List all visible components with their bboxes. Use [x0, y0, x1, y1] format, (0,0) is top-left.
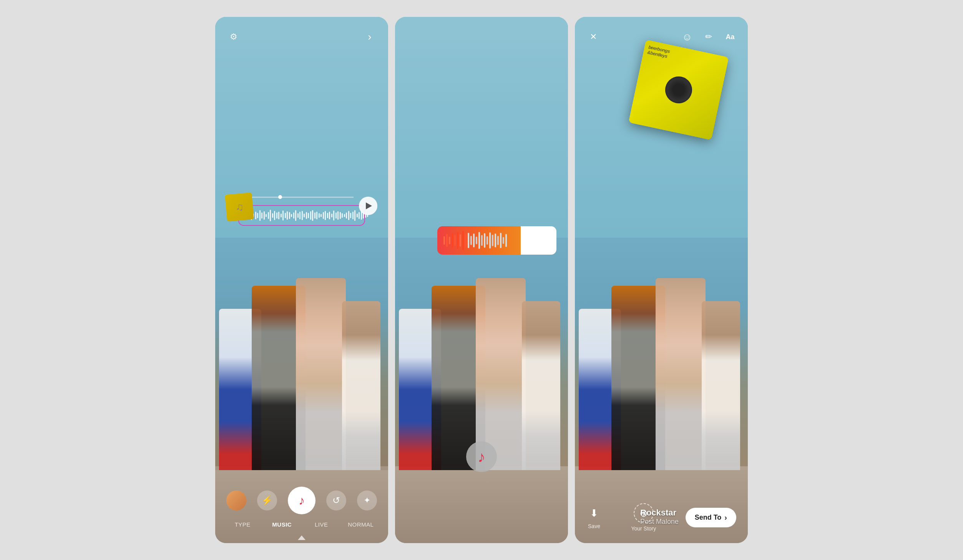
artist-name: Post Malone	[640, 518, 679, 526]
waveform-sticker-colored	[437, 226, 556, 255]
music-button[interactable]: ♪	[288, 487, 315, 514]
send-to-button[interactable]: Send To ›	[686, 508, 736, 527]
track-info: Rockstar Post Malone	[640, 508, 679, 526]
text-icon: Aa	[726, 33, 734, 41]
send-to-label: Send To	[695, 514, 722, 522]
gear-icon: ⚙	[230, 32, 237, 42]
close-icon: ✕	[590, 32, 597, 42]
save-button[interactable]: ⬇ Save	[586, 505, 602, 529]
arrow-up-icon	[298, 535, 306, 540]
toolbar-labels: TYPE MUSIC LIVE NORMAL	[215, 519, 388, 535]
normal-label[interactable]: NORMAL	[345, 521, 376, 528]
gallery-button[interactable]	[226, 490, 246, 510]
music-sticker-panel2[interactable]	[437, 226, 556, 255]
scrubber-dot	[278, 195, 282, 199]
save-label: Save	[588, 523, 600, 529]
panel-1: ⚙ › ♫	[215, 17, 388, 543]
your-story-label: Your Story	[631, 525, 656, 532]
close-button[interactable]: ✕	[586, 29, 601, 45]
flash-icon: ⚡	[261, 495, 273, 506]
bottom-toolbar-1: ⚡ ♪ ↺ ✦	[215, 482, 388, 543]
person-3	[296, 278, 346, 470]
save-icon: ⬇	[586, 505, 602, 521]
top-right-actions: ☺ ✏ Aa	[680, 30, 737, 44]
music-button-p2[interactable]: ♪	[466, 441, 497, 472]
live-label[interactable]: LIVE	[306, 521, 337, 528]
ground-bg-2	[395, 466, 568, 543]
type-label[interactable]: TYPE	[227, 521, 258, 528]
p3-person-4	[702, 301, 740, 470]
chevron-right-icon: ›	[368, 31, 371, 43]
face-icon: ☺	[682, 31, 692, 43]
flash-icon-circle: ⚡	[257, 490, 277, 510]
top-controls-3: ✕ ☺ ✏ Aa	[575, 29, 748, 45]
people-area-3	[575, 270, 748, 470]
face-effects-button[interactable]: ☺	[680, 30, 694, 44]
music-label[interactable]: MUSIC	[267, 521, 297, 528]
effects-icon-circle: ✦	[357, 490, 377, 510]
text-button[interactable]: Aa	[723, 30, 737, 44]
next-button[interactable]: ›	[362, 29, 377, 45]
people-area-2	[395, 270, 568, 470]
pencil-icon: ✏	[705, 32, 712, 42]
p2-person-4	[522, 301, 560, 470]
panel-2: ♪	[395, 17, 568, 543]
waveform-container	[238, 205, 365, 226]
send-chevron-icon: ›	[724, 513, 727, 522]
download-icon: ⬇	[590, 507, 598, 519]
album-cover-small: ♫	[225, 192, 254, 222]
panel-3: ✕ ☺ ✏ Aa beerbongs&bentleys	[575, 17, 748, 543]
play-icon	[366, 202, 372, 209]
p3-person-3	[656, 278, 706, 470]
flip-icon-circle: ↺	[326, 490, 346, 510]
flash-button[interactable]: ⚡	[257, 490, 277, 510]
people-area	[215, 270, 388, 470]
waveform-bars	[244, 210, 368, 221]
album-cover-large: beerbongs&bentleys	[629, 40, 729, 140]
effects-icon: ✦	[364, 495, 370, 505]
play-button[interactable]	[359, 197, 377, 215]
music-icon-circle: ♪	[288, 487, 315, 514]
flip-icon: ↺	[332, 495, 340, 506]
toolbar-icon-row: ⚡ ♪ ↺ ✦	[215, 482, 388, 519]
album-art-large[interactable]: beerbongs&bentleys	[636, 48, 721, 132]
person-4	[342, 301, 380, 470]
settings-button[interactable]: ⚙	[226, 29, 241, 45]
effects-button[interactable]: ✦	[357, 490, 377, 510]
music-sticker-panel1[interactable]	[238, 205, 365, 226]
top-controls-1: ⚙ ›	[215, 29, 388, 45]
music-note-icon-p2: ♪	[478, 448, 485, 466]
avatar-icon	[226, 490, 246, 510]
track-title: Rockstar	[640, 508, 679, 518]
bottom-arrow	[215, 535, 388, 543]
album-art-small: ♫	[226, 194, 253, 220]
audio-scrubber[interactable]	[246, 197, 354, 198]
music-icon: ♪	[299, 494, 305, 508]
flip-button[interactable]: ↺	[326, 490, 346, 510]
draw-button[interactable]: ✏	[702, 30, 716, 44]
wall-bg-2	[395, 17, 568, 238]
